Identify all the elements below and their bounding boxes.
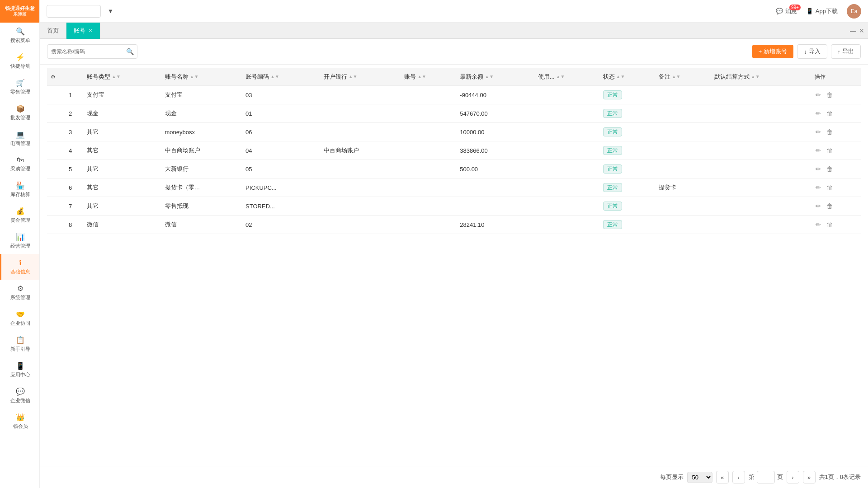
corp-icon: 🤝 (16, 310, 25, 319)
row-account-4 (401, 160, 456, 178)
table-row: 7 其它 零售抵现 STORED... 正常 ✏ 🗑 (47, 197, 861, 216)
sidebar-item-quick[interactable]: ⚡ 快捷导航 (0, 48, 39, 74)
business-icon: 📊 (16, 233, 25, 241)
row-num-0: 1 (65, 86, 83, 104)
row-use-1 (534, 104, 599, 123)
row-name-1: 现金 (161, 104, 242, 123)
accounts-table: ⚙ 账号类型 ▲▼ 账号名称 ▲▼ (47, 68, 861, 234)
col-gear[interactable]: ⚙ (47, 68, 65, 86)
export-button[interactable]: ↑ 导出 (831, 44, 861, 59)
prev-page-button[interactable]: ‹ (732, 471, 745, 483)
col-use[interactable]: 使用... ▲▼ (534, 68, 599, 86)
new-account-button[interactable]: + 新增账号 (752, 45, 793, 58)
sidebar-item-member[interactable]: 👑 畅会员 (0, 408, 39, 434)
sidebar-item-business[interactable]: 📊 经营管理 (0, 228, 39, 254)
table-search-button[interactable]: 🔍 (123, 48, 137, 55)
export-icon: ↑ (838, 48, 841, 55)
window-minimize-button[interactable]: — (850, 27, 856, 34)
row-settle-0 (711, 86, 811, 104)
row-type-0: 支付宝 (83, 86, 161, 104)
sidebar-item-label-app: 应用中心 (10, 371, 30, 378)
sort-balance-icon: ▲▼ (485, 75, 494, 79)
row-gear-1 (47, 104, 65, 123)
sidebar-item-app[interactable]: 📱 应用中心 (0, 357, 39, 383)
sidebar-item-finance[interactable]: 💰 资金管理 (0, 202, 39, 228)
col-account[interactable]: 账号 ▲▼ (401, 68, 456, 86)
row-gear-2 (47, 123, 65, 141)
sidebar-item-wechat[interactable]: 💬 企业微信 (0, 383, 39, 408)
next-page-button[interactable]: › (787, 471, 799, 483)
page-size-select[interactable]: 50 100 200 (687, 472, 712, 483)
import-button[interactable]: ↓ 导入 (797, 44, 827, 59)
app-icon: 📱 (16, 361, 25, 370)
topbar-dropdown[interactable]: ▼ (108, 8, 113, 14)
col-settle[interactable]: 默认结算方式 ▲▼ (711, 68, 811, 86)
tab-account[interactable]: 账号 ✕ (66, 23, 100, 39)
delete-button-6[interactable]: 🗑 (826, 202, 834, 211)
sidebar-item-wholesale[interactable]: 📦 批发管理 (0, 100, 39, 126)
tab-account-close[interactable]: ✕ (88, 28, 93, 34)
sidebar-item-guide[interactable]: 📋 新手引导 (0, 331, 39, 357)
delete-button-0[interactable]: 🗑 (826, 90, 834, 99)
edit-button-4[interactable]: ✏ (815, 164, 822, 174)
sidebar-item-warehouse[interactable]: 🏪 库存核算 (0, 177, 39, 202)
row-op-7: ✏ 🗑 (811, 216, 861, 234)
search-icon: 🔍 (16, 27, 25, 36)
table-row: 3 其它 moneybosx 06 10000.00 正常 ✏ 🗑 (47, 123, 861, 141)
row-op-0: ✏ 🗑 (811, 86, 861, 104)
sidebar-item-search[interactable]: 🔍 搜索菜单 (0, 23, 39, 48)
app-download-button[interactable]: 📱 App下载 (806, 7, 838, 15)
edit-button-6[interactable]: ✏ (815, 202, 822, 211)
row-settle-5 (711, 178, 811, 197)
sidebar-item-retail[interactable]: 🛒 零售管理 (0, 74, 39, 100)
sidebar-item-label-search: 搜索菜单 (10, 37, 30, 44)
delete-button-7[interactable]: 🗑 (826, 220, 834, 229)
col-bank[interactable]: 开户银行 ▲▼ (320, 68, 401, 86)
row-note-7 (655, 216, 711, 234)
row-use-3 (534, 141, 599, 160)
message-button[interactable]: 💬 消息 99+ (776, 7, 797, 15)
page-number-input[interactable]: 1 (757, 471, 775, 483)
table-row: 6 其它 提货卡（零… PICKUPC... 正常 提货卡 ✏ 🗑 (47, 178, 861, 197)
delete-button-5[interactable]: 🗑 (826, 183, 834, 192)
last-page-button[interactable]: » (803, 471, 816, 483)
table-header-row: ⚙ 账号类型 ▲▼ 账号名称 ▲▼ (47, 68, 861, 86)
edit-button-1[interactable]: ✏ (815, 109, 822, 118)
sidebar-item-basic[interactable]: ℹ 基础信息 (0, 254, 39, 280)
col-note[interactable]: 备注 ▲▼ (655, 68, 711, 86)
delete-button-1[interactable]: 🗑 (826, 109, 834, 118)
row-note-2 (655, 123, 711, 141)
edit-button-5[interactable]: ✏ (815, 183, 822, 192)
window-close-button[interactable]: ✕ (859, 27, 864, 34)
delete-button-3[interactable]: 🗑 (826, 146, 834, 155)
row-type-6: 其它 (83, 197, 161, 216)
sidebar-item-corp[interactable]: 🤝 企业协同 (0, 305, 39, 331)
col-balance[interactable]: 最新余额 ▲▼ (456, 68, 534, 86)
sort-type-icon: ▲▼ (112, 75, 121, 79)
edit-button-3[interactable]: ✏ (815, 146, 822, 155)
delete-button-2[interactable]: 🗑 (826, 127, 834, 136)
delete-button-4[interactable]: 🗑 (826, 164, 834, 174)
row-code-1: 01 (242, 104, 320, 123)
sidebar-item-purchase[interactable]: 🛍 采购管理 (0, 151, 39, 177)
user-avatar[interactable]: Ea (847, 4, 861, 19)
content-area: 🔍 + 新增账号 ↓ 导入 ↑ 导出 ⚙ (40, 39, 868, 488)
topbar-search-input[interactable] (47, 5, 101, 18)
col-status[interactable]: 状态 ▲▼ (599, 68, 655, 86)
col-name[interactable]: 账号名称 ▲▼ (161, 68, 242, 86)
col-code[interactable]: 账号编码 ▲▼ (242, 68, 320, 86)
tab-home[interactable]: 首页 (40, 23, 66, 39)
col-type[interactable]: 账号类型 ▲▼ (83, 68, 161, 86)
sidebar-item-ecommerce[interactable]: 💻 电商管理 (0, 126, 39, 151)
first-page-button[interactable]: « (716, 471, 729, 483)
sidebar-item-system[interactable]: ⚙ 系统管理 (0, 280, 39, 305)
edit-button-0[interactable]: ✏ (815, 90, 822, 99)
row-settle-2 (711, 123, 811, 141)
table-search-input[interactable] (47, 48, 123, 55)
row-bank-3: 中百商场账户 (320, 141, 401, 160)
table-row: 8 微信 微信 02 28241.10 正常 ✏ 🗑 (47, 216, 861, 234)
message-badge: 99+ (789, 5, 801, 10)
edit-button-2[interactable]: ✏ (815, 127, 822, 136)
edit-button-7[interactable]: ✏ (815, 220, 822, 229)
table-row: 1 支付宝 支付宝 03 -90444.00 正常 ✏ 🗑 (47, 86, 861, 104)
